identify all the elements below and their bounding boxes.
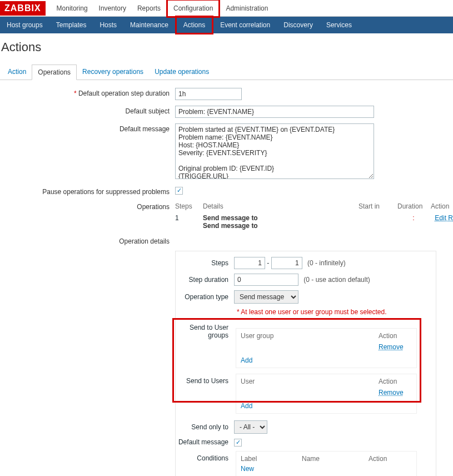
cond-h-action: Action [369, 455, 402, 463]
label-default-message: Default message [0, 123, 175, 133]
user-add-link[interactable]: Add [241, 402, 252, 410]
subnav-discovery[interactable]: Discovery [277, 17, 320, 33]
ops-headers: Steps Details Start in Duration Action [175, 201, 453, 214]
conditions-table: Label Name Action New [236, 451, 417, 477]
tabs: Action Operations Recovery operations Up… [0, 65, 453, 80]
nav-inventory[interactable]: Inventory [93, 1, 132, 16]
user-action-header: Action [379, 378, 412, 385]
tab-operations[interactable]: Operations [32, 65, 77, 80]
od-label-optype: Operation type [176, 293, 234, 301]
nav-reports[interactable]: Reports [132, 1, 166, 16]
top-nav: ZABBIX Monitoring Inventory Reports Conf… [0, 0, 453, 17]
od-label-stepdur: Step duration [176, 276, 234, 284]
label-operation-details: Operation details [0, 236, 175, 245]
select-send-only[interactable]: - All - [234, 420, 267, 434]
tab-update[interactable]: Update operations [149, 65, 215, 80]
nav-monitoring[interactable]: Monitoring [51, 1, 93, 16]
tab-recovery[interactable]: Recovery operations [77, 65, 149, 80]
select-op-type[interactable]: Send message [234, 290, 298, 304]
label-default-subject: Default subject [0, 106, 175, 115]
nav-administration[interactable]: Administration [220, 1, 273, 16]
input-step-to[interactable] [271, 257, 302, 269]
od-label-defmsg: Default message [176, 438, 234, 446]
subnav-hosts[interactable]: Hosts [93, 17, 123, 33]
ops-remove-link[interactable]: R [448, 214, 453, 222]
nav-configuration[interactable]: Configuration [166, 0, 220, 18]
page-title: Actions [0, 33, 453, 65]
user-header: User [241, 378, 379, 385]
ops-h-action: Action [431, 202, 453, 210]
input-default-step-duration[interactable] [175, 88, 242, 100]
ug-add-link[interactable]: Add [241, 356, 252, 364]
cond-h-name: Name [302, 455, 369, 463]
ops-edit-link[interactable]: Edit [435, 214, 446, 222]
cond-new-link[interactable]: New [241, 465, 254, 473]
user-remove-link[interactable]: Remove [379, 389, 404, 396]
textarea-default-message[interactable]: Problem started at {EVENT.TIME} on {EVEN… [175, 123, 374, 179]
ops-h-startin: Start in [359, 202, 397, 210]
ug-header: User group [241, 332, 379, 340]
od-label-steps: Steps [176, 259, 234, 267]
od-label-sendusers: Send to Users [176, 374, 234, 385]
tab-action[interactable]: Action [2, 65, 32, 80]
checkbox-default-msg[interactable]: ✓ [234, 439, 242, 447]
ops-row-step: 1 [175, 214, 203, 230]
sub-nav: Host groups Templates Hosts Maintenance … [0, 17, 453, 33]
stepdur-hint: (0 - use action default) [303, 276, 370, 284]
operation-details-panel: Steps - (0 - infinitely) Step duration (… [175, 251, 436, 476]
od-label-conditions: Conditions [176, 451, 234, 462]
steps-hint: (0 - infinitely) [307, 259, 346, 267]
subnav-templates[interactable]: Templates [49, 17, 93, 33]
ops-h-details: Details [203, 202, 359, 210]
subnav-hostgroups[interactable]: Host groups [0, 17, 49, 33]
ops-row: 1 Send message to Send message to : Edit… [175, 214, 453, 230]
usergroups-table: User group Action Remove Add [236, 328, 417, 368]
input-default-subject[interactable] [175, 106, 374, 118]
subnav-actions[interactable]: Actions [175, 16, 213, 34]
label-default-step-duration: Default operation step duration [0, 88, 175, 97]
od-label-sendonly: Send only to [176, 423, 234, 431]
ops-h-duration: Duration [397, 202, 431, 210]
users-table: User Action Remove Add [236, 374, 417, 414]
ops-row-details: Send message to Send message to [203, 214, 374, 230]
label-pause: Pause operations for suppressed problems [0, 186, 175, 196]
ops-h-steps: Steps [175, 202, 203, 210]
logo: ZABBIX [0, 1, 46, 16]
od-label-sendgroups: Send to User groups [176, 320, 234, 339]
ug-remove-link[interactable]: Remove [379, 343, 404, 351]
checkbox-pause[interactable]: ✓ [175, 187, 183, 195]
label-operations: Operations [0, 201, 175, 211]
subnav-maintenance[interactable]: Maintenance [123, 17, 175, 33]
ug-action-header: Action [379, 332, 412, 340]
cond-h-label: Label [241, 455, 302, 463]
input-step-duration[interactable] [234, 274, 298, 286]
subnav-services[interactable]: Services [320, 17, 359, 33]
subnav-eventcorr[interactable]: Event correlation [213, 17, 277, 33]
form: Default operation step duration Default … [0, 80, 453, 476]
od-warning: * At least one user or user group must b… [237, 308, 436, 316]
input-step-from[interactable] [234, 257, 265, 269]
